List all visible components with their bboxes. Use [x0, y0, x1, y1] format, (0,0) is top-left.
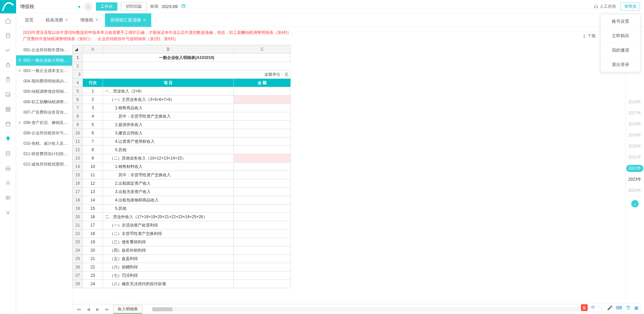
- nav-bag-icon[interactable]: [0, 58, 16, 72]
- line-cell[interactable]: 15: [83, 204, 103, 213]
- row-head[interactable]: 6: [73, 96, 83, 104]
- line-cell[interactable]: 3: [83, 104, 103, 112]
- ime-logo[interactable]: S: [581, 304, 588, 311]
- nav-clipboard-icon[interactable]: [0, 72, 16, 87]
- item-cell[interactable]: 4.让渡资产使用权收入: [103, 137, 234, 146]
- amount-cell[interactable]: [234, 230, 291, 238]
- ime-keyboard-icon[interactable]: ⌨: [616, 305, 622, 310]
- row-head[interactable]: 11: [73, 137, 83, 146]
- item-cell[interactable]: 其中：非货币性资产交换收入: [103, 112, 234, 121]
- item-cell[interactable]: （七）罚没利得: [103, 271, 234, 280]
- close-icon[interactable]: ✕: [65, 18, 68, 22]
- item-cell[interactable]: （一）主营业务收入（3+5+6+7+8）: [103, 96, 234, 104]
- ime-skin-icon[interactable]: 👕: [626, 305, 631, 310]
- item-cell[interactable]: 5.其他: [103, 204, 234, 213]
- form-list-item[interactable]: ⊘002-一般企业收入明细表(A1...: [16, 55, 72, 66]
- row-head[interactable]: 15: [73, 171, 83, 179]
- row-head[interactable]: 21: [73, 221, 83, 230]
- row-head[interactable]: 9: [73, 121, 83, 129]
- year-more-button[interactable]: ⌄: [631, 200, 639, 207]
- nav-doc-icon[interactable]: [0, 28, 16, 43]
- sheet-scroll[interactable]: ◢ A B C 1一般企业收入明细表(A101010) 2 3金额单位：元 4 …: [72, 45, 625, 304]
- row-head[interactable]: 17: [73, 188, 83, 196]
- year-pill[interactable]: 2016年: [626, 99, 643, 106]
- line-cell[interactable]: 4: [83, 112, 103, 121]
- line-cell[interactable]: 24: [83, 280, 103, 288]
- row-head[interactable]: 19: [73, 204, 83, 213]
- amount-cell[interactable]: [234, 121, 291, 129]
- nav-settings-icon[interactable]: [0, 176, 16, 190]
- line-cell[interactable]: 23: [83, 271, 103, 280]
- tab[interactable]: 税表清册✕: [40, 13, 73, 27]
- tab[interactable]: 所得税汇算清缴✕: [105, 13, 151, 27]
- row-head[interactable]: 25: [73, 255, 83, 263]
- download-button[interactable]: 下载: [582, 33, 596, 39]
- col-head-a[interactable]: A: [83, 45, 103, 54]
- corner-cell[interactable]: ◢: [73, 45, 83, 54]
- tab[interactable]: 增值税✕: [75, 13, 104, 27]
- amount-cell[interactable]: [234, 146, 291, 154]
- row-head[interactable]: 14: [73, 163, 83, 171]
- amount-cell[interactable]: [234, 271, 291, 280]
- line-cell[interactable]: 16: [83, 213, 103, 221]
- period-value[interactable]: 2023-09: [162, 4, 178, 9]
- nav-home-icon[interactable]: [0, 13, 16, 28]
- row-head[interactable]: 10: [73, 129, 83, 137]
- row-head[interactable]: 3: [73, 70, 83, 79]
- item-cell[interactable]: （二）非货币性资产交换利得: [103, 230, 234, 238]
- close-icon[interactable]: ✕: [95, 18, 98, 22]
- row-head[interactable]: 16: [73, 179, 83, 188]
- row-head[interactable]: 13: [73, 154, 83, 163]
- line-cell[interactable]: 6: [83, 129, 103, 137]
- close-icon[interactable]: ✕: [143, 18, 146, 22]
- amount-cell[interactable]: [234, 255, 291, 263]
- user-menu-item[interactable]: 立即购买: [601, 29, 640, 43]
- nav-tax-icon[interactable]: [0, 131, 16, 146]
- amount-cell[interactable]: [234, 188, 291, 196]
- row-head[interactable]: 22: [73, 230, 83, 238]
- row-head[interactable]: 23: [73, 238, 83, 246]
- amount-cell[interactable]: [234, 163, 291, 171]
- form-list-item[interactable]: 009-企业所得税弥补亏损明...: [16, 128, 72, 138]
- row-head[interactable]: 7: [73, 104, 83, 112]
- amount-cell[interactable]: [234, 137, 291, 146]
- line-cell[interactable]: 9: [83, 154, 103, 163]
- item-cell[interactable]: 1.销售材料收入: [103, 163, 234, 171]
- admin-button[interactable]: 管理员: [621, 2, 640, 11]
- sheet-tab[interactable]: 收入明细表: [113, 305, 142, 314]
- user-menu-item[interactable]: 账号设置: [601, 14, 640, 29]
- item-cell[interactable]: 其中：非货币性资产交换收入: [103, 171, 234, 179]
- form-list-item[interactable]: 011-研发费用加计扣除优惠...: [16, 149, 72, 159]
- item-cell[interactable]: 3.出租无形资产收入: [103, 188, 234, 196]
- form-list-item[interactable]: 012-减免所得税优惠明细表(...: [16, 159, 72, 170]
- amount-cell[interactable]: [234, 221, 291, 230]
- amount-cell[interactable]: [234, 204, 291, 213]
- line-cell[interactable]: 10: [83, 163, 103, 171]
- item-cell[interactable]: 5.其他: [103, 146, 234, 154]
- row-head[interactable]: 20: [73, 213, 83, 221]
- line-cell[interactable]: 22: [83, 263, 103, 271]
- row-head[interactable]: 24: [73, 246, 83, 255]
- item-cell[interactable]: （八）确实无法偿付的应付款项: [103, 280, 234, 288]
- item-cell[interactable]: （四）政府补助利得: [103, 246, 234, 255]
- nav-v-icon[interactable]: [0, 205, 16, 220]
- year-pill[interactable]: 2023年: [626, 176, 643, 183]
- form-list-item[interactable]: 005-纳税调整项目明细表(A1...: [16, 86, 72, 97]
- user-menu-item[interactable]: 退出登录: [601, 58, 640, 72]
- item-cell[interactable]: 3.建造合同收入: [103, 129, 234, 137]
- hscroll-thumb[interactable]: [152, 307, 172, 311]
- workbench-button[interactable]: 工作台: [96, 2, 117, 11]
- amount-cell[interactable]: [234, 263, 291, 271]
- col-head-b[interactable]: B: [103, 45, 234, 54]
- item-cell[interactable]: 一、营业收入（2+9）: [103, 87, 234, 96]
- ime-lang[interactable]: 中: [591, 305, 595, 311]
- nav-inbox-icon[interactable]: [0, 161, 16, 176]
- line-cell[interactable]: 12: [83, 179, 103, 188]
- amount-cell[interactable]: [234, 246, 291, 255]
- item-cell[interactable]: 2.提供劳务收入: [103, 121, 234, 129]
- switch-old-button[interactable]: 切到旧版: [121, 2, 147, 11]
- line-cell[interactable]: 8: [83, 146, 103, 154]
- item-cell[interactable]: （五）盘盈利得: [103, 255, 234, 263]
- line-cell[interactable]: 7: [83, 137, 103, 146]
- nav-calendar-icon[interactable]: [0, 117, 16, 131]
